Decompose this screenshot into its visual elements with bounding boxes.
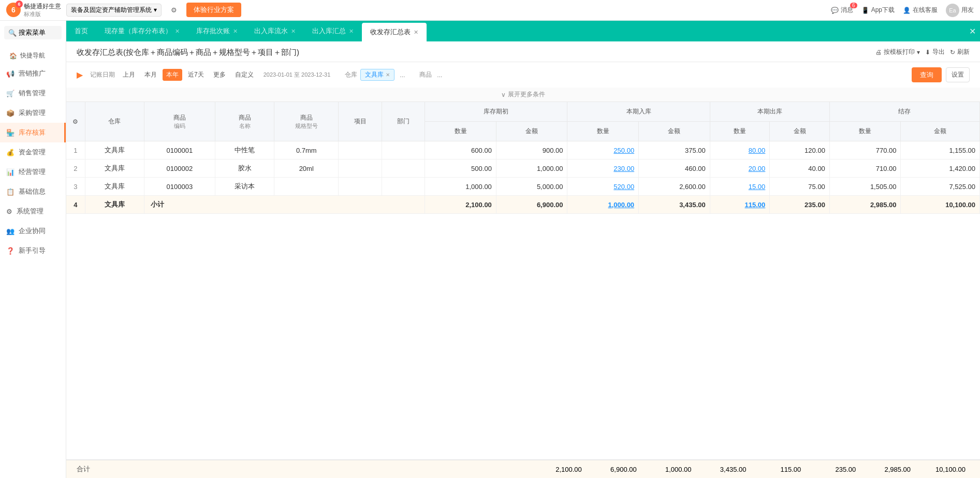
cell-in-qty: 250.00 (567, 141, 639, 160)
tab-receipt-issue-summary[interactable]: 收发存汇总表 ✕ (362, 23, 427, 41)
warehouse-icon: 🏪 (6, 129, 14, 137)
sidebar-item-enterprise[interactable]: 👥 企业协同 (0, 221, 66, 241)
th-group-inbound: 本期入库 (567, 102, 710, 122)
print-btn[interactable]: 🖨 按模板打印 ▾ (875, 48, 920, 56)
sidebar-item-label: 企业协同 (19, 226, 46, 236)
date-btn-7days[interactable]: 近7天 (184, 69, 208, 81)
sidebar-item-quick-nav[interactable]: 🏠 快捷导航 (4, 48, 62, 64)
tab-home[interactable]: 首页 (66, 21, 96, 41)
footer-bal-qty: 2,985.00 (860, 466, 915, 473)
export-btn[interactable]: ⬇ 导出 (925, 48, 945, 56)
th-goods-code: 商品编码 (144, 102, 215, 141)
cell-bal-qty: 1,505.00 (829, 178, 901, 196)
cell-goods-name: 胶水 (215, 160, 274, 178)
search-input-wrapper[interactable]: 🔍 搜索菜单 (4, 26, 62, 39)
date-btn-last-month[interactable]: 上月 (119, 69, 139, 81)
warehouse-more[interactable]: ... (400, 71, 405, 79)
th-goods-spec: 商品规格型号 (274, 102, 339, 141)
sidebar-item-purchase[interactable]: 📦 采购管理 (0, 103, 66, 123)
collapse-icon[interactable]: ▶ (77, 70, 83, 80)
sub-out-qty-link[interactable]: 115.00 (745, 201, 766, 209)
cell-sub-label: 小计 (144, 196, 425, 214)
date-btn-this-month[interactable]: 本月 (141, 69, 160, 81)
team-icon: 👥 (6, 227, 14, 235)
warehouse-filter: 仓库 文具库 ✕ ... (345, 69, 405, 81)
date-btn-this-year[interactable]: 本年 (163, 69, 182, 81)
th-open-amt: 金额 (496, 122, 567, 141)
in-qty-link[interactable]: 520.00 (613, 183, 634, 191)
sidebar-search-area[interactable]: 🔍 搜索菜单 (0, 21, 66, 45)
query-button[interactable]: 查询 (912, 67, 942, 82)
sidebar-item-business[interactable]: 📊 经营管理 (0, 162, 66, 182)
th-group-balance: 结存 (829, 102, 979, 122)
tab-home-label: 首页 (75, 26, 88, 36)
tab-receipt-issue-summary-label: 收发存汇总表 (370, 27, 411, 37)
refresh-btn[interactable]: ↻ 刷新 (950, 48, 970, 56)
expand-arrow-icon: ∨ (501, 91, 506, 98)
page-title: 收发存汇总表(按仓库＋商品编码＋商品＋规格型号＋项目＋部门) (77, 48, 299, 56)
warehouse-tag-close[interactable]: ✕ (386, 72, 390, 78)
cell-sub-open-amt: 6,900.00 (496, 196, 567, 214)
warehouse-filter-label: 仓库 (345, 70, 357, 79)
page-header-container: 收发存汇总表(按仓库＋商品编码＋商品＋规格型号＋项目＋部门) 🖨 按模板打印 ▾… (66, 41, 980, 62)
table-row: 2 文具库 0100002 胶水 20ml 500.00 1,000.00 23… (66, 160, 980, 178)
sidebar-item-sales[interactable]: 🛒 销售管理 (0, 83, 66, 103)
service-icon: 👤 (903, 7, 911, 14)
out-qty-link[interactable]: 20.00 (749, 165, 766, 172)
logo-title: 畅捷通好生意 (24, 3, 61, 11)
tab-close-inventory-dist[interactable]: ✕ (175, 28, 180, 35)
chart-icon: 📊 (6, 168, 14, 176)
cell-seq: 2 (66, 160, 85, 178)
in-qty-link[interactable]: 230.00 (613, 165, 634, 172)
sub-in-qty-link[interactable]: 1,000.00 (608, 201, 635, 209)
cell-sub-in-amt: 3,435.00 (639, 196, 710, 214)
tab-close-batch-account[interactable]: ✕ (233, 28, 238, 35)
app-download-btn[interactable]: 📱 App下载 (861, 6, 895, 15)
in-qty-link[interactable]: 250.00 (613, 147, 634, 154)
tab-close-in-out-summary[interactable]: ✕ (349, 28, 354, 35)
cell-warehouse: 文具库 (85, 160, 144, 178)
footer-bal-amt: 10,100.00 (915, 466, 970, 473)
tab-close-receipt-issue-summary[interactable]: ✕ (414, 29, 418, 36)
th-group-opening: 库存期初 (425, 102, 567, 122)
online-service-btn[interactable]: 👤 在线客服 (903, 6, 938, 15)
tab-in-out-summary[interactable]: 出入库汇总 ✕ (304, 21, 362, 41)
tab-close-in-out-flow[interactable]: ✕ (291, 28, 296, 35)
sidebar-item-finance[interactable]: 💰 资金管理 (0, 142, 66, 162)
sidebar-item-basic[interactable]: 📋 基础信息 (0, 182, 66, 201)
date-btn-custom[interactable]: 自定义 (231, 69, 257, 81)
refresh-label: 刷新 (957, 48, 970, 56)
message-btn[interactable]: 💬 消息 6 (831, 6, 853, 15)
cell-in-qty: 520.00 (567, 178, 639, 196)
date-btn-more[interactable]: 更多 (210, 69, 229, 81)
filter-inner: ▶ 记账日期 上月 本月 本年 近7天 更多 自定义 2023-01-01 至 (66, 62, 980, 88)
tab-close-all-btn[interactable]: ✕ (964, 21, 980, 41)
tabs-bar: 首页 现存量（库存分布表） ✕ 库存批次账 ✕ 出入库流水 ✕ 出入库汇总 ✕ (66, 21, 980, 41)
warehouse-tag[interactable]: 文具库 ✕ (360, 69, 394, 81)
sidebar-item-inventory[interactable]: 🏪 库存核算 (0, 123, 66, 142)
cart-icon: 🛒 (6, 90, 14, 97)
info-icon: 📋 (6, 188, 14, 196)
settings-icon-btn[interactable]: ⚙ (167, 3, 181, 17)
user-area[interactable]: Ea 用友 (946, 4, 974, 17)
total-label: 合计 (77, 465, 90, 474)
sidebar-item-marketing[interactable]: 📢 营销推广 (0, 64, 66, 83)
sidebar-item-guide[interactable]: ❓ 新手引导 (0, 241, 66, 260)
out-qty-link[interactable]: 15.00 (749, 183, 766, 191)
out-qty-link[interactable]: 80.00 (749, 147, 766, 154)
search-icon: 🔍 (8, 29, 17, 37)
cell-seq: 1 (66, 141, 85, 160)
tab-inventory-dist[interactable]: 现存量（库存分布表） ✕ (96, 21, 188, 41)
sidebar-item-system[interactable]: ⚙ 系统管理 (0, 201, 66, 221)
settings-button[interactable]: 设置 (946, 67, 970, 82)
cell-dept (382, 141, 425, 160)
filter-collapse-arrow[interactable]: ▶ (77, 70, 83, 80)
experience-button[interactable]: 体验行业方案 (186, 3, 241, 17)
tab-in-out-flow[interactable]: 出入库流水 ✕ (246, 21, 304, 41)
tab-batch-account[interactable]: 库存批次账 ✕ (188, 21, 246, 41)
system-selector[interactable]: 装备及固定资产辅助管理系统 ▾ (66, 4, 162, 17)
goods-more[interactable]: ... (437, 71, 442, 79)
avatar-text: Ea (949, 7, 956, 13)
expand-filter-btn[interactable]: ∨ 展开更多条件 (501, 90, 545, 99)
cell-sub-bal-amt: 10,100.00 (901, 196, 980, 214)
